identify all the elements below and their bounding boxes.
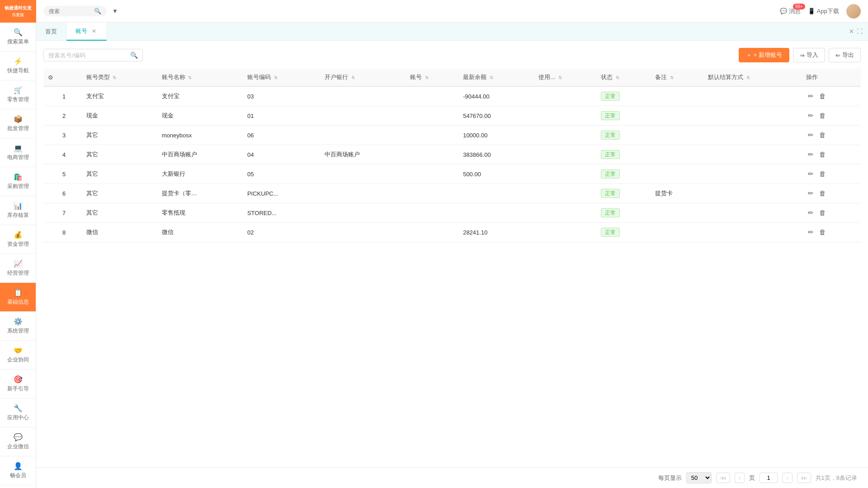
col-status[interactable]: 状态 ⇅ xyxy=(596,69,651,86)
row-status-2: 正常 xyxy=(596,126,651,145)
page-content: 🔍 ＋ + 新增账号 ⇒ 导入 ⇐ 导出 xyxy=(36,41,868,488)
sort-code-icon: ⇅ xyxy=(274,75,278,80)
page-input[interactable] xyxy=(760,473,778,483)
sidebar-item-purchase[interactable]: 🛍️ 采购管理 xyxy=(0,167,36,196)
row-actions-3: ✏ 🗑 xyxy=(802,145,861,164)
wholesale-icon: 📦 xyxy=(2,115,34,123)
row-bank-6 xyxy=(320,203,406,223)
col-bank[interactable]: 开户银行 ⇅ xyxy=(320,69,406,86)
delete-button-3[interactable]: 🗑 xyxy=(817,150,828,159)
row-gear-0 xyxy=(43,86,58,106)
edit-button-5[interactable]: ✏ xyxy=(806,188,816,198)
tab-close-icon[interactable]: ✕ xyxy=(91,27,97,35)
row-remark-1 xyxy=(651,106,703,126)
table-row: 5 其它 大新银行 05 500.00 正常 ✏ 🗑 xyxy=(43,164,861,184)
account-search-icon[interactable]: 🔍 xyxy=(130,52,138,59)
edit-button-1[interactable]: ✏ xyxy=(806,111,816,121)
delete-button-0[interactable]: 🗑 xyxy=(817,91,828,101)
col-account[interactable]: 账号 ⇅ xyxy=(406,69,458,86)
sidebar-item-retail[interactable]: 🛒 零售管理 xyxy=(0,80,36,109)
prev-page-button[interactable]: ‹ xyxy=(735,473,745,483)
delete-button-2[interactable]: 🗑 xyxy=(817,130,828,140)
edit-button-3[interactable]: ✏ xyxy=(806,150,816,160)
delete-button-6[interactable]: 🗑 xyxy=(817,208,828,217)
sidebar-item-quicknav[interactable]: ⚡ 快捷导航 xyxy=(0,52,36,80)
system-icon: ⚙️ xyxy=(2,317,34,326)
maximize-window-icon[interactable]: ⛶ xyxy=(857,28,863,35)
col-remark[interactable]: 备注 ⇅ xyxy=(651,69,703,86)
sidebar-item-wholesale[interactable]: 📦 批发管理 xyxy=(0,109,36,138)
sidebar-item-system[interactable]: ⚙️ 系统管理 xyxy=(0,312,36,341)
edit-button-4[interactable]: ✏ xyxy=(806,169,816,179)
first-page-button[interactable]: ⏮ xyxy=(716,473,730,483)
sidebar-item-ecommerce[interactable]: 💻 电商管理 xyxy=(0,138,36,167)
tab-account[interactable]: 账号 ✕ xyxy=(66,23,107,41)
sidebar-item-operations[interactable]: 📈 经营管理 xyxy=(0,254,36,283)
collab-icon: 🤝 xyxy=(2,346,34,355)
account-search-box[interactable]: 🔍 xyxy=(43,49,143,61)
app-download-button[interactable]: 📱 App下载 xyxy=(808,7,839,15)
table-toolbar: 🔍 ＋ + 新增账号 ⇒ 导入 ⇐ 导出 xyxy=(43,48,861,62)
sidebar-item-wechat-work[interactable]: 💬 企业微信 xyxy=(0,427,36,456)
row-actions-5: ✏ 🗑 xyxy=(802,184,861,203)
sidebar-item-member[interactable]: 👤 畅会员 xyxy=(0,456,36,485)
sidebar-item-label: 批发管理 xyxy=(2,125,34,132)
edit-button-2[interactable]: ✏ xyxy=(806,130,816,140)
edit-button-7[interactable]: ✏ xyxy=(806,227,816,237)
sidebar-item-label: 畅会员 xyxy=(2,472,34,479)
next-page-button[interactable]: › xyxy=(782,473,792,483)
topbar-dropdown[interactable]: ▼ xyxy=(112,8,118,14)
table-row: 3 其它 moneybosx 06 10000.00 正常 ✏ 🗑 xyxy=(43,126,861,145)
sidebar-item-search[interactable]: 🔍 搜索菜单 xyxy=(0,23,36,52)
sidebar-item-label: 电商管理 xyxy=(2,154,34,161)
edit-button-0[interactable]: ✏ xyxy=(806,91,816,101)
col-type[interactable]: 账号类型 ⇅ xyxy=(82,69,157,86)
settings-icon[interactable]: ⚙ xyxy=(48,74,53,81)
col-default-settle[interactable]: 默认结算方式 ⇅ xyxy=(703,69,802,86)
account-search-input[interactable] xyxy=(48,52,127,59)
row-gear-4 xyxy=(43,164,58,184)
col-name[interactable]: 账号名称 ⇅ xyxy=(157,69,243,86)
message-button[interactable]: 💬 消息 99+ xyxy=(780,7,801,15)
export-button[interactable]: ⇐ 导出 xyxy=(829,48,861,62)
row-default-settle-7 xyxy=(703,223,802,242)
table-row: 1 支付宝 支付宝 03 -90444.00 正常 ✏ 🗑 xyxy=(43,86,861,106)
row-actions-0: ✏ 🗑 xyxy=(802,86,861,106)
sidebar-item-basic-info[interactable]: 📋 基础信息 xyxy=(0,283,36,312)
delete-button-7[interactable]: 🗑 xyxy=(817,227,828,237)
row-gear-6 xyxy=(43,203,58,223)
status-badge: 正常 xyxy=(601,169,620,178)
add-icon: ＋ xyxy=(746,51,752,59)
add-account-button[interactable]: ＋ + 新增账号 xyxy=(739,48,789,62)
import-button[interactable]: ⇒ 导入 xyxy=(793,48,825,62)
row-code-3: 04 xyxy=(243,145,320,164)
delete-button-4[interactable]: 🗑 xyxy=(817,169,828,178)
topbar-search-input[interactable] xyxy=(49,8,94,14)
col-balance[interactable]: 最新余额 ⇅ xyxy=(458,69,534,86)
user-avatar[interactable] xyxy=(846,4,861,19)
sidebar-item-finance[interactable]: 💰 资金管理 xyxy=(0,225,36,254)
delete-button-5[interactable]: 🗑 xyxy=(817,188,828,198)
last-page-button[interactable]: ⏭ xyxy=(797,473,811,483)
status-badge: 正常 xyxy=(601,150,620,159)
close-window-icon[interactable]: ✕ xyxy=(849,28,854,35)
col-usage[interactable]: 使用... ⇅ xyxy=(534,69,596,86)
sidebar-item-label: 采购管理 xyxy=(2,183,34,190)
row-usage-1 xyxy=(534,106,596,126)
appstore-icon: 🔧 xyxy=(2,404,34,413)
sidebar-item-inventory[interactable]: 📊 库存核算 xyxy=(0,196,36,225)
row-code-4: 05 xyxy=(243,164,320,184)
delete-button-1[interactable]: 🗑 xyxy=(817,111,828,120)
sort-status-icon: ⇅ xyxy=(616,75,619,80)
sidebar-item-appstore[interactable]: 🔧 应用中心 xyxy=(0,399,36,427)
page-size-select[interactable]: 50 10 20 100 xyxy=(686,472,712,483)
tab-home[interactable]: 首页 xyxy=(36,23,66,41)
sidebar-item-collab[interactable]: 🤝 企业协同 xyxy=(0,341,36,370)
sidebar-item-guide[interactable]: 🎯 新手引导 xyxy=(0,370,36,399)
row-remark-7 xyxy=(651,223,703,242)
topbar-search-box[interactable]: 🔍 xyxy=(43,6,107,16)
col-code[interactable]: 账号编码 ⇅ xyxy=(243,69,320,86)
edit-button-6[interactable]: ✏ xyxy=(806,208,816,218)
sidebar-item-label: 企业微信 xyxy=(2,443,34,450)
row-actions-7: ✏ 🗑 xyxy=(802,223,861,242)
